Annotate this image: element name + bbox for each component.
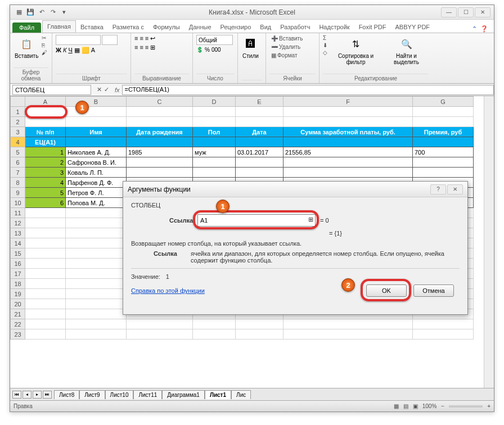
font-color-icon[interactable]: A [91,47,95,54]
tab-insert[interactable]: Вставка [76,21,108,33]
tab-formulas[interactable]: Формулы [148,21,184,33]
sort-filter-button[interactable]: ⇅Сортировка и фильтр [330,35,382,74]
cell[interactable] [66,269,127,279]
cell[interactable] [66,259,127,269]
row-header[interactable]: 4 [10,137,25,147]
cell[interactable] [25,329,66,340]
file-tab[interactable]: Файл [12,22,41,33]
cell[interactable] [25,238,66,248]
tab-next-icon[interactable]: ▸ [33,391,42,399]
align-top-icon[interactable]: ≡ [134,35,138,42]
sheet-tab[interactable]: Лис [231,390,251,399]
cell[interactable]: 21556,85 [284,147,413,157]
dialog-titlebar[interactable]: Аргументы функции ? ✕ [123,182,467,197]
align-right-icon[interactable]: ≡ [145,44,148,51]
cell[interactable] [284,157,413,168]
sheet-tab[interactable]: Лист11 [133,390,162,399]
cell[interactable]: Попова М. Д. [66,198,127,208]
cell[interactable] [127,117,193,127]
cell[interactable] [236,168,284,178]
row-header[interactable]: 8 [10,178,25,188]
comma-icon[interactable]: 000 [212,47,221,53]
format-painter-icon[interactable]: 🖌 [42,49,47,56]
cell[interactable] [127,319,193,329]
cell[interactable] [66,238,127,248]
bold-button[interactable]: Ж [56,47,61,54]
cell[interactable]: Имя [66,127,127,137]
row-header[interactable]: 16 [10,259,25,269]
cell[interactable]: 1985 [127,147,193,157]
align-bot-icon[interactable]: ≡ [145,35,148,42]
cell[interactable] [127,168,193,178]
view-normal-icon[interactable]: ▦ [394,403,399,409]
cell[interactable] [193,157,236,168]
cell[interactable] [66,208,127,218]
font-name-input[interactable] [56,35,101,45]
minimize-ribbon-icon[interactable]: ⌃ [472,25,477,33]
cell[interactable] [193,319,236,329]
range-picker-icon[interactable]: ⊞ [308,216,313,223]
cell[interactable] [66,248,127,259]
formula-cancel-icon[interactable]: ✕ [97,86,102,93]
cell[interactable]: Петров Ф. Л. [66,188,127,198]
styles-button[interactable]: 🅰Стили [241,35,260,80]
cell[interactable] [284,319,413,329]
cell[interactable] [66,137,127,147]
tab-abbyy[interactable]: ABBYY PDF [391,21,435,33]
cell[interactable] [236,107,284,117]
row-header[interactable]: 21 [10,309,25,319]
cell[interactable] [66,117,127,127]
row-header[interactable]: 9 [10,188,25,198]
sheet-tab[interactable]: Диаграмма1 [162,390,205,399]
cell[interactable] [66,299,127,309]
cell[interactable] [236,157,284,168]
border-icon[interactable]: ▦ [74,47,80,54]
cell[interactable] [66,218,127,228]
view-break-icon[interactable]: ▣ [413,403,418,409]
col-e[interactable]: E [236,96,284,107]
zoom-out-icon[interactable]: − [441,403,444,409]
cell[interactable] [127,157,193,168]
close-button[interactable]: ✕ [475,7,490,17]
cell[interactable] [25,309,66,319]
cell[interactable]: 6 [25,198,66,208]
select-all-corner[interactable] [10,96,25,107]
qat-dropdown-icon[interactable]: ▾ [60,8,69,17]
cell[interactable]: ЕЦ(A1) [25,137,66,147]
currency-icon[interactable]: 💲 [196,47,203,53]
font-size-input[interactable] [102,35,118,45]
italic-button[interactable]: К [63,47,66,54]
tab-foxit[interactable]: Foxit PDF [354,21,391,33]
tab-addins[interactable]: Надстройк [314,21,354,33]
undo-icon[interactable]: ↶ [37,8,46,17]
cell[interactable] [127,329,193,340]
view-layout-icon[interactable]: ▤ [403,403,408,409]
cancel-button[interactable]: Отмена [413,284,454,297]
tab-first-icon[interactable]: ⏮ [12,391,21,399]
cell[interactable] [66,228,127,238]
cell[interactable] [193,137,236,147]
cell[interactable]: Сафронова В. И. [66,157,127,168]
cell[interactable] [25,289,66,299]
help-icon[interactable]: ❓ [480,25,488,33]
fill-color-icon[interactable]: 🟨 [82,47,89,54]
zoom-level[interactable]: 100% [422,403,437,409]
cell[interactable] [284,329,413,340]
formula-input[interactable]: =СТОЛБЕЦ(A1) [122,85,494,95]
cell[interactable] [25,208,66,218]
save-icon[interactable]: 💾 [26,8,35,17]
cell[interactable] [25,107,66,117]
row-header[interactable]: 23 [10,329,25,340]
cell[interactable] [413,137,474,147]
minimize-button[interactable]: — [441,7,457,17]
cell[interactable]: Дата рождения [127,127,193,137]
clear-icon[interactable]: ◇ [323,49,327,56]
cell[interactable] [66,309,127,319]
cell[interactable] [25,259,66,269]
cell[interactable] [284,168,413,178]
percent-icon[interactable]: % [205,47,210,53]
cell[interactable] [25,218,66,228]
cell[interactable]: Николаев А. Д. [66,147,127,157]
row-header[interactable]: 22 [10,319,25,329]
row-header[interactable]: 20 [10,299,25,309]
